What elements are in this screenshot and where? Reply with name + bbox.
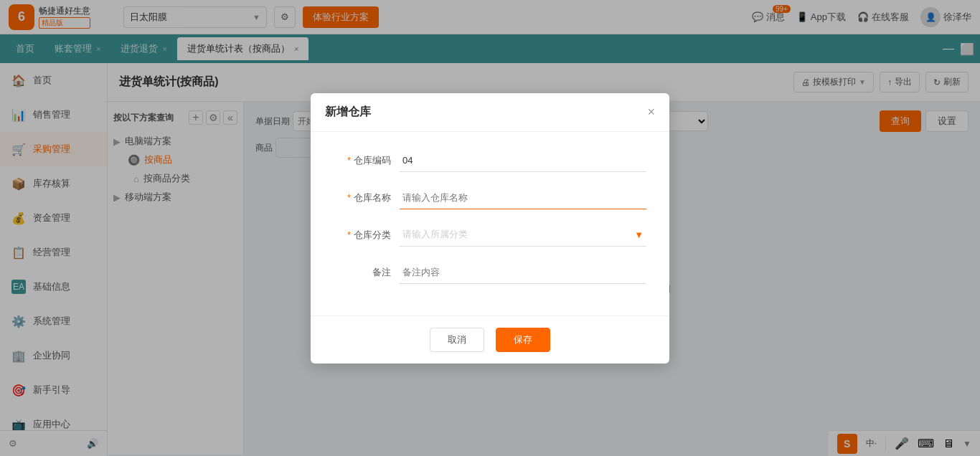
form-row-code: 仓库编码 xyxy=(334,149,646,172)
category-select[interactable]: 请输入所属分类 ▼ xyxy=(400,224,646,247)
name-input[interactable] xyxy=(400,186,646,209)
name-label: 仓库名称 xyxy=(334,191,391,204)
category-label: 仓库分类 xyxy=(334,229,391,242)
dialog-header: 新增仓库 × xyxy=(311,93,669,132)
form-row-name: 仓库名称 xyxy=(334,186,646,209)
code-label: 仓库编码 xyxy=(334,154,391,167)
dialog-title: 新增仓库 xyxy=(325,105,371,120)
dialog-body: 仓库编码 仓库名称 仓库分类 请输入所属分类 ▼ 备注 xyxy=(311,132,669,315)
category-placeholder: 请输入所属分类 xyxy=(402,228,468,241)
form-row-category: 仓库分类 请输入所属分类 ▼ xyxy=(334,224,646,247)
dialog-footer: 取消 保存 xyxy=(311,315,669,364)
form-row-remark: 备注 xyxy=(334,261,646,284)
category-chevron-icon: ▼ xyxy=(634,229,644,240)
save-button[interactable]: 保存 xyxy=(496,328,550,352)
add-warehouse-dialog: 新增仓库 × 仓库编码 仓库名称 仓库分类 请输入所属分类 ▼ 备注 xyxy=(311,93,669,364)
code-input[interactable] xyxy=(400,149,646,172)
dialog-close-button[interactable]: × xyxy=(647,105,655,118)
cancel-button[interactable]: 取消 xyxy=(430,328,484,352)
dialog-overlay: 新增仓库 × 仓库编码 仓库名称 仓库分类 请输入所属分类 ▼ 备注 xyxy=(0,0,980,456)
remark-label: 备注 xyxy=(334,266,391,279)
remark-input[interactable] xyxy=(400,261,646,284)
